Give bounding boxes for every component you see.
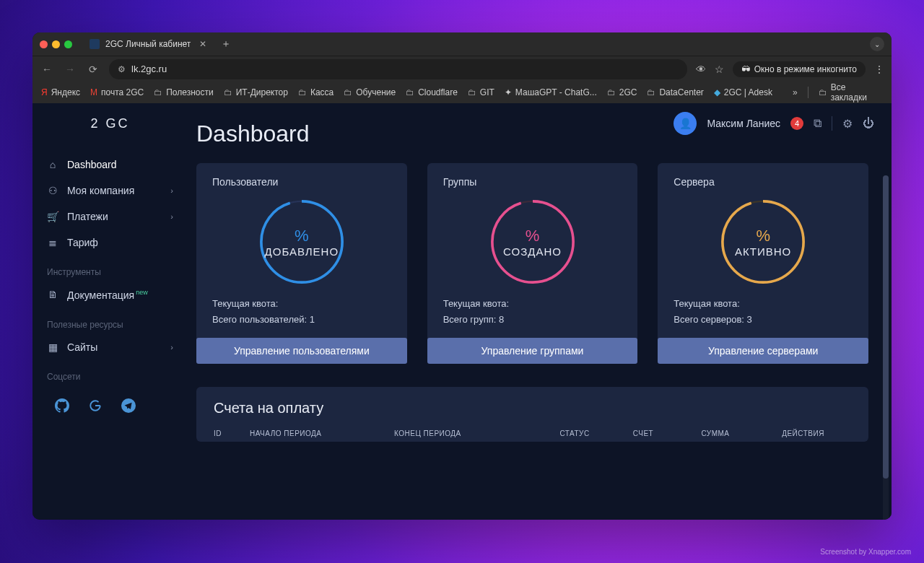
bookmarks-overflow-icon[interactable]: » bbox=[793, 87, 798, 97]
incognito-label: Окно в режиме инкогнито bbox=[754, 64, 857, 74]
bookmark-folder[interactable]: 🗀GIT bbox=[468, 87, 494, 97]
bookmark-folder[interactable]: 🗀ИТ-Директор bbox=[224, 87, 288, 97]
sidebar-item-dashboard[interactable]: ⌂ Dashboard bbox=[32, 152, 188, 178]
address-bar: ← → ⟳ ⚙ lk.2gc.ru 👁 ☆ 🕶 Окно в режиме ин… bbox=[32, 56, 892, 82]
quota-label: Текущая квота: bbox=[212, 296, 391, 312]
quota-block: Текущая квота: Всего групп: 8 bbox=[443, 296, 622, 328]
app-viewport: 2 GC ⌂ Dashboard ⚇ Моя компания › 🛒 Плат… bbox=[32, 103, 892, 520]
tab-title: 2GC Личный кабинет bbox=[105, 39, 191, 49]
sidebar-section-social: Соцсети bbox=[32, 360, 188, 386]
bookmark-yandex[interactable]: ЯЯндекс bbox=[41, 87, 80, 97]
bookmark-folder[interactable]: 🗀Cloudflare bbox=[406, 87, 458, 97]
tab-favicon bbox=[90, 39, 100, 49]
bookmark-folder[interactable]: 🗀Обучение bbox=[344, 87, 396, 97]
table-header: ID НАЧАЛО ПЕРИОДА КОНЕЦ ПЕРИОДА СТАТУС С… bbox=[214, 429, 851, 442]
sidebar-item-label: Dashboard bbox=[67, 159, 117, 170]
header: 👤 Максим Ланиес 4 ⧉ ⚙ ⏻ bbox=[656, 103, 892, 144]
bookmark-star-icon[interactable]: ☆ bbox=[715, 64, 724, 75]
avatar[interactable]: 👤 bbox=[674, 112, 697, 135]
all-bookmarks-button[interactable]: 🗀Все закладки bbox=[819, 82, 883, 102]
bookmark-folder[interactable]: 🗀DataCenter bbox=[647, 87, 703, 97]
incognito-hat-icon: 🕶 bbox=[741, 64, 750, 74]
progress-ring-servers: %АКТИВНО bbox=[719, 198, 807, 286]
card-servers: Сервера %АКТИВНО Текущая квота: Всего се… bbox=[658, 163, 868, 364]
card-title: Пользователи bbox=[212, 176, 391, 188]
col-id: ID bbox=[214, 429, 250, 437]
card-users: Пользователи %ДОБАВЛЕНО Текущая квота: В… bbox=[196, 163, 407, 364]
telegram-icon[interactable] bbox=[119, 396, 138, 415]
progress-ring-groups: %СОЗДАНО bbox=[489, 198, 577, 286]
watermark: Screenshot by Xnapper.com bbox=[820, 548, 911, 556]
reload-button[interactable]: ⟳ bbox=[86, 64, 100, 75]
copy-icon[interactable]: ⧉ bbox=[814, 117, 821, 130]
manage-users-button[interactable]: Управление пользователями bbox=[196, 338, 407, 364]
bookmark-folder[interactable]: 🗀Полезности bbox=[154, 87, 213, 97]
close-window-button[interactable] bbox=[40, 40, 48, 48]
main-content: Dashboard Пользователи %ДОБАВЛЕНО Текуща… bbox=[188, 103, 892, 520]
total-line: Всего пользователей: 1 bbox=[212, 312, 391, 328]
bookmark-mashagpt[interactable]: ✦МашаGPT - ChatG... bbox=[505, 87, 597, 97]
tabs-dropdown-button[interactable]: ⌄ bbox=[870, 37, 884, 51]
sidebar-item-company[interactable]: ⚇ Моя компания › bbox=[32, 178, 188, 204]
google-icon[interactable] bbox=[86, 396, 105, 415]
sidebar-item-label: Документацияnew bbox=[67, 289, 148, 301]
card-title: Сервера bbox=[674, 176, 853, 188]
maximize-window-button[interactable] bbox=[64, 40, 72, 48]
progress-ring-users: %ДОБАВЛЕНО bbox=[258, 198, 346, 286]
sidebar-item-tariff[interactable]: ≣ Тариф bbox=[32, 230, 188, 256]
sidebar-item-payments[interactable]: 🛒 Платежи › bbox=[32, 204, 188, 230]
forward-button[interactable]: → bbox=[63, 64, 77, 75]
settings-icon[interactable]: ⚙ bbox=[842, 117, 853, 131]
chevron-right-icon: › bbox=[170, 343, 173, 352]
site-settings-icon[interactable]: ⚙ bbox=[118, 64, 126, 74]
sidebar-item-label: Моя компания bbox=[67, 185, 134, 196]
url-input[interactable]: ⚙ lk.2gc.ru bbox=[109, 59, 687, 79]
col-sum: СУММА bbox=[676, 429, 755, 437]
sidebar: 2 GC ⌂ Dashboard ⚇ Моя компания › 🛒 Плат… bbox=[32, 103, 188, 520]
card-groups: Группы %СОЗДАНО Текущая квота: Всего гру… bbox=[427, 163, 638, 364]
sidebar-item-docs[interactable]: 🗎 Документацияnew bbox=[32, 282, 188, 308]
quota-block: Текущая квота: Всего пользователей: 1 bbox=[212, 296, 391, 328]
sidebar-item-sites[interactable]: ▦ Сайты › bbox=[32, 334, 188, 360]
power-icon[interactable]: ⏻ bbox=[863, 117, 874, 130]
browser-window: 2GC Личный кабинет ✕ ＋ ⌄ ← → ⟳ ⚙ lk.2gc.… bbox=[32, 32, 892, 520]
tab-close-icon[interactable]: ✕ bbox=[199, 39, 206, 49]
user-name[interactable]: Максим Ланиес bbox=[707, 118, 780, 129]
browser-tab[interactable]: 2GC Личный кабинет ✕ bbox=[82, 36, 214, 52]
layers-icon: ≣ bbox=[47, 237, 58, 248]
tracking-icon[interactable]: 👁 bbox=[696, 64, 706, 75]
scrollbar[interactable] bbox=[883, 175, 889, 520]
notification-badge[interactable]: 4 bbox=[790, 117, 803, 130]
minimize-window-button[interactable] bbox=[52, 40, 60, 48]
scrollbar-thumb[interactable] bbox=[883, 175, 889, 479]
invoices-panel: Счета на оплату ID НАЧАЛО ПЕРИОДА КОНЕЦ … bbox=[196, 387, 868, 442]
manage-groups-button[interactable]: Управление группами bbox=[427, 338, 638, 364]
incognito-indicator[interactable]: 🕶 Окно в режиме инкогнито bbox=[733, 61, 866, 77]
back-button[interactable]: ← bbox=[40, 64, 54, 75]
quota-block: Текущая квота: Всего серверов: 3 bbox=[674, 296, 853, 328]
sidebar-section-tools: Инструменты bbox=[32, 256, 188, 282]
browser-menu-icon[interactable]: ⋮ bbox=[874, 64, 884, 75]
percent-icon: % bbox=[295, 227, 309, 245]
cards-row: Пользователи %ДОБАВЛЕНО Текущая квота: В… bbox=[196, 163, 868, 364]
manage-servers-button[interactable]: Управление серверами bbox=[658, 338, 868, 364]
bookmark-mail[interactable]: Mпочта 2GC bbox=[90, 87, 144, 97]
bookmark-adesk[interactable]: ◆2GC | Adesk bbox=[714, 87, 772, 97]
bookmark-folder[interactable]: 🗀2GC bbox=[607, 87, 637, 97]
new-tab-button[interactable]: ＋ bbox=[221, 38, 231, 51]
quota-label: Текущая квота: bbox=[674, 296, 853, 312]
cart-icon: 🛒 bbox=[47, 211, 58, 222]
url-text: lk.2gc.ru bbox=[131, 64, 167, 74]
sidebar-item-label: Платежи bbox=[67, 211, 108, 222]
bookmark-folder[interactable]: 🗀Касса bbox=[298, 87, 334, 97]
github-icon[interactable] bbox=[53, 396, 71, 415]
social-links bbox=[32, 386, 188, 425]
chevron-right-icon: › bbox=[170, 212, 173, 221]
chevron-right-icon: › bbox=[170, 186, 173, 195]
tab-strip: 2GC Личный кабинет ✕ ＋ ⌄ bbox=[32, 32, 892, 56]
user-icon: ⚇ bbox=[47, 185, 58, 196]
card-title: Группы bbox=[443, 176, 622, 188]
ring-label: СОЗДАНО bbox=[503, 245, 562, 258]
col-actions: ДЕЙСТВИЯ bbox=[755, 429, 851, 437]
total-line: Всего групп: 8 bbox=[443, 312, 622, 328]
